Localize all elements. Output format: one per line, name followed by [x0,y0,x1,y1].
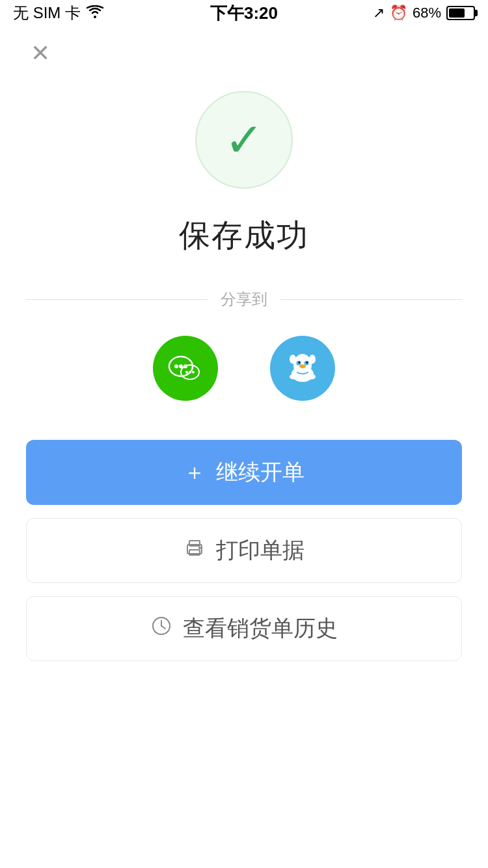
plus-icon: ＋ [183,457,206,487]
svg-point-7 [189,371,191,373]
close-button[interactable]: ✕ [26,39,55,68]
svg-point-8 [192,371,195,373]
qq-icon [284,349,321,387]
wifi-icon [86,4,104,22]
battery-percent: 68% [413,5,441,21]
right-divider [280,299,462,300]
main-content: ✕ ✓ 保存成功 分享到 [0,26,488,868]
svg-point-0 [94,16,96,18]
svg-point-15 [299,362,301,364]
status-time: 下午3:20 [210,2,278,25]
svg-line-26 [161,626,165,629]
success-title: 保存成功 [179,215,309,256]
battery-icon [446,6,475,20]
qq-share-button[interactable] [270,336,335,401]
actions-section: ＋ 继续开单 打印单据 查看销货单历史 [26,440,462,661]
left-divider [26,299,208,300]
svg-point-6 [185,371,188,373]
print-label: 打印单据 [216,536,305,565]
close-icon: ✕ [31,42,50,65]
history-button[interactable]: 查看销货单历史 [26,596,462,661]
location-icon: ↗ [373,5,385,21]
share-icons-row [153,336,335,401]
svg-point-16 [306,362,308,364]
share-label: 分享到 [221,289,267,310]
status-left: 无 SIM 卡 [13,3,104,23]
checkmark-icon: ✓ [224,116,264,163]
svg-point-17 [299,364,306,368]
clock-icon [150,615,172,642]
share-section: 分享到 [26,289,462,401]
success-indicator: ✓ [195,91,293,189]
svg-point-19 [309,355,316,364]
svg-point-23 [198,547,201,549]
sim-status: 无 SIM 卡 [13,3,81,23]
share-divider-row: 分享到 [26,289,462,310]
continue-order-button[interactable]: ＋ 继续开单 [26,440,462,505]
svg-point-12 [308,374,316,379]
status-right: ↗ ⏰ 68% [373,5,475,21]
svg-point-11 [290,374,297,379]
status-bar: 无 SIM 卡 下午3:20 ↗ ⏰ 68% [0,0,488,26]
continue-order-label: 继续开单 [216,457,305,487]
wechat-icon [167,352,204,385]
alarm-icon: ⏰ [390,5,407,21]
printer-icon [183,537,206,564]
svg-point-18 [290,355,296,364]
svg-point-2 [174,364,178,368]
wechat-share-button[interactable] [153,336,218,401]
history-label: 查看销货单历史 [183,614,338,644]
print-button[interactable]: 打印单据 [26,518,462,583]
